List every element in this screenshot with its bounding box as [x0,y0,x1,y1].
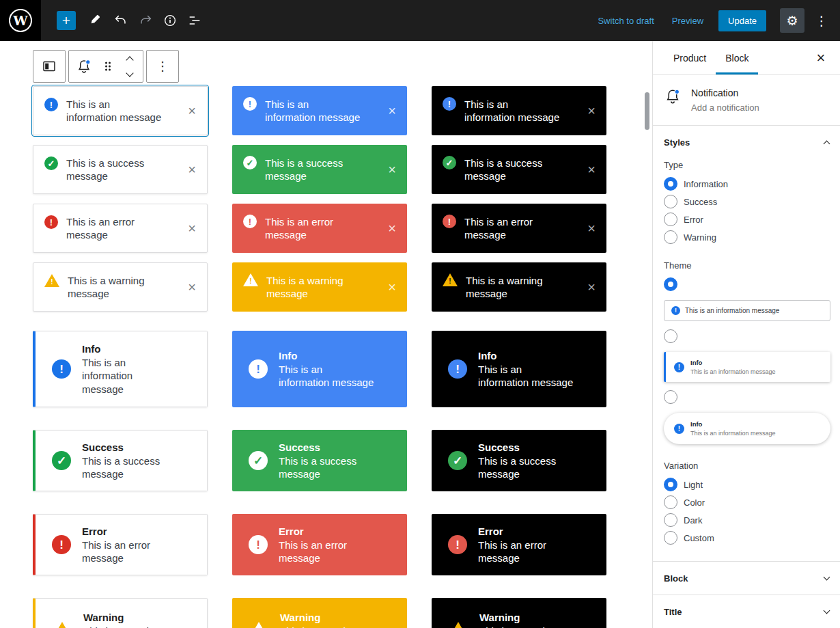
notification-light-success[interactable]: ✓ This is a success message × [33,145,208,194]
tools-button[interactable] [84,8,109,33]
move-down-button[interactable] [117,66,143,82]
radio-custom[interactable] [664,531,677,545]
block-panel-toggle[interactable]: Block [653,562,840,595]
radio-theme-default[interactable] [664,277,677,291]
radio-theme-rounded[interactable] [664,390,677,404]
notification-titled-dark-warning[interactable]: ! WarningThis is a warning message [432,598,606,628]
notification-titled-light-information[interactable]: ! InfoThis is an information message [33,331,208,407]
notification-message: This is an error message [279,538,374,565]
info-icon [163,13,178,28]
move-up-button[interactable] [117,51,143,66]
details-button[interactable] [158,8,182,33]
switch-to-draft-link[interactable]: Switch to draft [592,12,659,30]
update-button[interactable]: Update [718,10,766,31]
theme-preview-rounded[interactable]: ! Info This is an information message [664,413,830,444]
editor-body: ⋮ ! This is an information message × ! T… [0,41,840,628]
list-view-button[interactable] [182,8,207,33]
notification-dark-error[interactable]: ! This is an error message × [432,204,606,253]
options-menu-button[interactable]: ⋮ [811,8,832,33]
notification-color-information[interactable]: ! This is an information message × [232,86,407,135]
notification-titled-dark-information[interactable]: ! InfoThis is an information message [432,331,606,407]
dismiss-button[interactable]: × [185,160,199,179]
canvas-scrollbar[interactable] [643,41,652,628]
notification-titled-color-success[interactable]: ✓ SuccessThis is a success message [232,430,407,491]
notification-color-success[interactable]: ✓ This is a success message × [232,145,407,194]
radio-label[interactable]: Information [684,179,728,189]
radio-label[interactable]: Success [684,197,717,207]
dismiss-button[interactable]: × [385,160,399,179]
chevron-down-icon [126,69,133,77]
theme-preview-bordered[interactable]: ! Info This is an information message [664,352,830,382]
check-icon: ✓ [448,451,467,470]
notification-title: Info [478,349,574,363]
tab-product[interactable]: Product [664,41,716,74]
block-options-button[interactable]: ⋮ [147,51,178,82]
notification-message: This is a warning message [266,274,362,300]
radio-theme-bordered[interactable] [664,329,677,343]
radio-color[interactable] [664,495,677,509]
chevron-down-icon [824,607,830,614]
dismiss-button[interactable]: × [585,277,598,297]
notification-light-error[interactable]: ! This is an error message × [33,204,208,253]
dismiss-button[interactable]: × [185,277,199,297]
radio-light[interactable] [664,478,677,491]
styles-panel-toggle[interactable]: Styles [653,126,840,159]
radio-error[interactable] [664,213,677,226]
radio-label[interactable]: Light [684,480,703,490]
add-block-button[interactable]: + [57,11,76,30]
notification-titled-light-warning[interactable]: ! WarningThis is a warning message [33,598,208,628]
block-type-button[interactable] [69,51,99,82]
scrollbar-thumb[interactable] [645,92,649,130]
notification-light-warning[interactable]: ! This is a warning message × [33,262,208,312]
dismiss-button[interactable]: × [585,101,598,120]
tab-block[interactable]: Block [716,41,758,74]
radio-dark[interactable] [664,513,677,527]
notification-titled-dark-error[interactable]: ! ErrorThis is an error message [432,514,606,575]
notification-titled-light-success[interactable]: ✓ SuccessThis is a success message [33,430,208,491]
notification-color-warning[interactable]: ! This is a warning message × [232,262,407,312]
select-parent-columns-button[interactable] [33,51,65,82]
dismiss-button[interactable]: × [585,219,598,238]
type-option-success: Success [664,195,829,208]
notification-grid-titled: ! InfoThis is an information message ! I… [33,331,606,628]
wordpress-logo[interactable]: W [0,0,41,41]
redo-button[interactable] [133,8,158,33]
dismiss-button[interactable]: × [585,160,598,179]
notification-titled-dark-success[interactable]: ✓ SuccessThis is a success message [432,430,606,491]
radio-label[interactable]: Warning [684,232,716,243]
variation-field-label: Variation [664,461,829,471]
wordpress-w-icon: W [9,9,32,32]
dismiss-button[interactable]: × [385,219,399,238]
notification-light-information[interactable]: ! This is an information message × [33,86,208,135]
preview-link[interactable]: Preview [667,12,709,30]
radio-success[interactable] [664,195,677,208]
dismiss-button[interactable]: × [385,101,399,120]
notification-message: This is an error message [478,538,574,565]
notification-titled-color-warning[interactable]: ! WarningThis is a warning message [232,598,407,628]
radio-information[interactable] [664,177,677,191]
dismiss-button[interactable]: × [385,277,399,297]
dismiss-button[interactable]: × [185,101,199,120]
notification-titled-color-information[interactable]: ! InfoThis is an information message [232,331,407,407]
notification-message: This is an information message [279,363,374,390]
theme-preview-default[interactable]: ! This is an information message [664,300,830,321]
notification-dark-warning[interactable]: ! This is a warning message × [432,262,606,312]
notification-color-error[interactable]: ! This is an error message × [232,204,407,253]
radio-label[interactable]: Dark [684,515,702,525]
drag-handle[interactable] [99,51,117,82]
radio-label[interactable]: Color [684,497,705,508]
radio-label[interactable]: Custom [684,533,714,543]
title-panel-toggle[interactable]: Title [653,595,840,628]
check-icon: ✓ [52,451,71,470]
settings-button[interactable]: ⚙ [780,8,804,33]
notification-titled-color-error[interactable]: ! ErrorThis is an error message [232,514,407,575]
radio-warning[interactable] [664,230,677,244]
notification-titled-light-error[interactable]: ! ErrorThis is an error message [33,514,208,575]
close-sidebar-button[interactable]: × [809,41,833,75]
dismiss-button[interactable]: × [185,219,199,238]
error-icon: ! [448,535,467,554]
notification-dark-success[interactable]: ✓ This is a success message × [432,145,606,194]
notification-dark-information[interactable]: ! This is an information message × [432,86,606,135]
undo-button[interactable] [109,8,133,33]
radio-label[interactable]: Error [684,215,703,225]
